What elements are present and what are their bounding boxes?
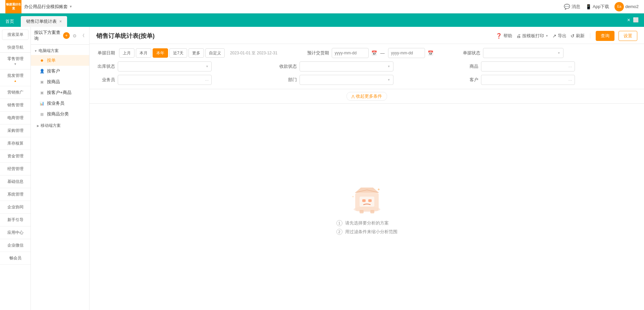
search-menu-button[interactable]: 搜索菜单 xyxy=(2,30,29,40)
this-month-btn[interactable]: 本月 xyxy=(136,48,151,58)
customer-input[interactable]: ··· xyxy=(481,75,575,85)
scheme-item-by-order[interactable]: ● 按单 xyxy=(31,55,89,66)
search-label: 搜索菜单 xyxy=(7,32,23,37)
sidebar-item-sales[interactable]: 销售管理 xyxy=(0,99,31,112)
date-buttons-group: 上月 本月 本年 近7天 更多 自定义 xyxy=(119,48,225,58)
custom-date-btn[interactable]: 自定义 xyxy=(205,48,225,58)
sidebar-item-enterprise[interactable]: 企业协同 xyxy=(0,201,31,214)
last-month-btn[interactable]: 上月 xyxy=(119,48,135,58)
receipt-status-label: 收款状态 xyxy=(278,63,297,69)
last7days-btn[interactable]: 近7天 xyxy=(169,48,187,58)
scheme-panel-title: 按以下方案查询 xyxy=(34,30,61,42)
sidebar-item-operations[interactable]: 经营管理 xyxy=(0,163,31,175)
scheme-item-category-icon: ▦ xyxy=(39,111,45,117)
receipt-status-select[interactable]: ▼ xyxy=(300,61,393,71)
scheme-item-by-salesman[interactable]: 📊 按业务员 xyxy=(31,98,89,109)
collapse-button[interactable]: ⋀ 收起更多条件 xyxy=(346,92,387,101)
salesman-dots: ··· xyxy=(205,78,209,83)
dept-chevron: ▼ xyxy=(387,78,390,82)
sidebar-item-finance[interactable]: 资金管理 xyxy=(0,150,31,163)
sidebar-item-label: 资金管理 xyxy=(7,153,23,159)
sidebar-item-marketing[interactable]: 营销推广 xyxy=(0,86,31,99)
template-print-label: 按模板打印 xyxy=(522,33,544,39)
query-button[interactable]: 查询 xyxy=(596,31,614,41)
scheme-item-by-customer[interactable]: 👤 按客户 xyxy=(31,66,89,76)
customer-group: 客户 ··· xyxy=(460,75,637,85)
sidebar-item-label: 企业协同 xyxy=(7,204,23,210)
salesman-input[interactable]: ··· xyxy=(118,75,212,85)
receipt-chevron: ▼ xyxy=(387,65,390,68)
hint-text-1: 请先选择要分析的方案 xyxy=(345,220,389,226)
page-actions: ❓ 帮助 🖨 按模板打印 ▼ ↗ 导出 ↺ 刷新 xyxy=(496,31,637,41)
app-selector[interactable]: 办公用品行业模拟账套 ▼ xyxy=(24,4,72,10)
sidebar-item-wholesale[interactable]: 批发管理 ▲ xyxy=(0,69,31,86)
sidebar-item-system[interactable]: 系统管理 xyxy=(0,188,31,201)
tabbar: 首页 销售订单统计表 × × ⬜ xyxy=(0,13,644,27)
scheme-item-by-customer-goods[interactable]: ▣ 按客户+商品 xyxy=(31,87,89,98)
sidebar-item-label: 系统管理 xyxy=(7,192,23,197)
this-year-btn[interactable]: 本年 xyxy=(153,48,168,58)
hint-num-1: 1 xyxy=(336,220,342,226)
collapse-scheme-icon[interactable]: 《 xyxy=(79,32,86,39)
sidebar-item-wechat[interactable]: 企业微信 xyxy=(0,239,31,252)
message-icon: 💬 xyxy=(564,4,570,10)
print-icon: 🖨 xyxy=(516,33,521,39)
out-status-select[interactable]: ▼ xyxy=(118,61,212,71)
expected-date-start-input[interactable] xyxy=(332,48,369,58)
avatar: Ea xyxy=(614,2,624,11)
tab-active-label: 销售订单统计表 xyxy=(26,18,57,24)
tab-sales-order[interactable]: 销售订单统计表 × xyxy=(21,16,67,27)
export-button[interactable]: ↗ 导出 xyxy=(552,33,567,39)
sidebar-item-label: 畅会员 xyxy=(9,255,21,261)
query-label: 查询 xyxy=(601,33,609,39)
messages-button[interactable]: 💬 消息 xyxy=(564,4,580,10)
edit-scheme-icon[interactable]: ⊙ xyxy=(71,32,78,39)
user-profile[interactable]: Ea demo2 xyxy=(614,2,639,11)
sidebar-item-inventory[interactable]: 库存核算 xyxy=(0,137,31,150)
collapse-label: 收起更多条件 xyxy=(356,93,382,99)
goods-input[interactable]: ··· xyxy=(481,61,575,71)
settings-button[interactable]: 设置 xyxy=(619,31,637,41)
status-group: 单据状态 ▼ xyxy=(462,48,637,58)
shortcut-nav-label: 快捷导航 xyxy=(7,45,23,50)
refresh-button[interactable]: ↺ 刷新 xyxy=(571,33,585,39)
help-button[interactable]: ❓ 帮助 xyxy=(496,33,512,39)
print-chevron: ▼ xyxy=(545,34,548,38)
svg-rect-8 xyxy=(370,210,374,213)
scheme-item-by-category[interactable]: ▦ 按商品分类 xyxy=(31,109,89,119)
scheme-section-desktop-title[interactable]: 电脑端方案 xyxy=(31,47,89,55)
scheme-item-label: 按商品 xyxy=(47,79,60,85)
tab-maximize-icon[interactable]: ⬜ xyxy=(633,17,639,23)
more-date-btn[interactable]: 更多 xyxy=(189,48,204,58)
tabbar-right-actions: × ⬜ xyxy=(627,17,639,23)
status-select[interactable]: ▼ xyxy=(483,48,564,58)
scheme-panel: 按以下方案查询 + ⊙ 《 电脑端方案 ● 按单 👤 按客户 xyxy=(31,27,90,310)
sidebar-item-members[interactable]: 畅会员 xyxy=(0,252,31,265)
add-scheme-icon[interactable]: + xyxy=(63,32,70,39)
sidebar-item-ecommerce[interactable]: 电商管理 xyxy=(0,112,31,124)
sidebar-item-label: 采购管理 xyxy=(7,128,23,134)
scheme-section-mobile[interactable]: 移动端方案 xyxy=(31,121,89,130)
sidebar-shortcut-nav[interactable]: 快捷导航 xyxy=(0,43,31,53)
goods-dots: ··· xyxy=(569,64,572,69)
sidebar-item-procurement[interactable]: 采购管理 xyxy=(0,124,31,137)
app-download-button[interactable]: 📱 App下载 xyxy=(586,4,609,10)
content: 按以下方案查询 + ⊙ 《 电脑端方案 ● 按单 👤 按客户 xyxy=(31,27,644,310)
dept-select[interactable]: ▼ xyxy=(300,75,393,85)
sidebar-item-newbie[interactable]: 新手引导 xyxy=(0,214,31,226)
sidebar-item-label: 电商管理 xyxy=(7,115,23,121)
tab-home[interactable]: 首页 xyxy=(0,16,19,27)
sidebar-item-basic-info[interactable]: 基础信息 xyxy=(0,175,31,188)
template-print-button[interactable]: 🖨 按模板打印 ▼ xyxy=(516,33,548,39)
empty-hints: 1 请先选择要分析的方案 2 用过滤条件来缩小分析范围 xyxy=(336,220,397,235)
export-icon: ↗ xyxy=(552,33,556,39)
sidebar-item-app-center[interactable]: 应用中心 xyxy=(0,226,31,239)
calendar-icon-start: 📅 xyxy=(371,50,377,56)
sidebar-item-label: 销售管理 xyxy=(7,102,23,108)
sidebar-item-retail[interactable]: 零售管理 ▼ xyxy=(0,53,31,69)
tab-minimize-icon[interactable]: × xyxy=(627,17,630,23)
expected-date-end-input[interactable] xyxy=(388,48,425,58)
filter-row-3: 业务员 ··· 部门 ▼ 客户 xyxy=(96,75,637,85)
scheme-item-by-goods[interactable]: ▣ 按商品 xyxy=(31,76,89,87)
tab-close-icon[interactable]: × xyxy=(59,19,62,24)
